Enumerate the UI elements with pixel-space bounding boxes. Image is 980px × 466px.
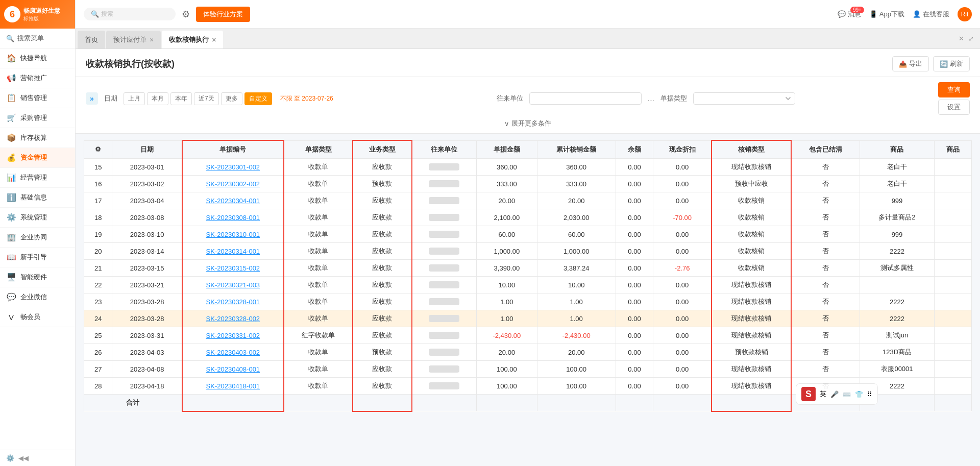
cell-product: 2222 [860, 310, 934, 327]
cell-biz-type: 应收款 [353, 226, 411, 243]
filter-more-dots[interactable]: ... [648, 94, 654, 103]
cell-balance: 0.00 [616, 209, 653, 226]
tab-collection-close[interactable]: × [212, 36, 216, 44]
order-link[interactable]: SK-20230408-001 [206, 365, 260, 373]
cell-balance: 0.00 [616, 378, 653, 395]
order-link[interactable]: SK-20230321-003 [206, 281, 260, 289]
online-service-btn[interactable]: 👤 在线客服 [913, 10, 949, 19]
messages-icon-btn[interactable]: 💬 消息 99+ [838, 10, 861, 19]
cell-amount: 1.00 [477, 293, 537, 310]
sidebar-item-label: 系统管理 [20, 213, 47, 222]
cell-date: 2023-03-15 [112, 260, 182, 277]
sidebar-item-label: 新手引导 [20, 253, 47, 262]
date-last-month[interactable]: 上月 [124, 92, 145, 105]
cell-cancel-type: 收款核销 [712, 209, 791, 226]
sidebar-item-finance[interactable]: 💰资金管理 [0, 148, 75, 168]
sidebar-item-basic-info[interactable]: ℹ️基础信息 [0, 188, 75, 208]
industry-solution-button[interactable]: 体验行业方案 [196, 7, 250, 22]
sidebar-item-vip[interactable]: V畅会员 [0, 307, 75, 327]
cell-product [860, 277, 934, 293]
order-link[interactable]: SK-20230328-002 [206, 315, 260, 323]
order-link[interactable]: SK-20230308-001 [206, 214, 260, 222]
app-download-btn[interactable]: 📱 App下载 [869, 10, 904, 19]
col-cash-discount: 现金折扣 [653, 140, 712, 159]
order-link[interactable]: SK-20230314-001 [206, 248, 260, 255]
filter-toggle-button[interactable]: » [86, 92, 98, 105]
sidebar-item-operations[interactable]: 📊经营管理 [0, 168, 75, 188]
tab-close-all-icon[interactable]: ✕ [959, 35, 964, 42]
sidebar-search-menu[interactable]: 🔍 搜索菜单 [0, 29, 75, 48]
order-link[interactable]: SK-20230315-002 [206, 264, 260, 272]
cell-partner [412, 310, 477, 327]
sidebar-item-sales[interactable]: 📋销售管理 [0, 88, 75, 108]
cell-order-type: 收款单 [284, 378, 353, 395]
settings-gear-icon[interactable]: ⚙ [182, 9, 190, 20]
cell-order-type: 收款单 [284, 310, 353, 327]
sidebar-item-inventory[interactable]: 📦库存核算 [0, 128, 75, 148]
expand-more-button[interactable]: ∨ 展开更多条件 [504, 119, 551, 128]
order-link[interactable]: SK-20230301-002 [206, 163, 260, 171]
user-avatar[interactable]: Rit [958, 7, 972, 21]
order-link[interactable]: SK-20230331-002 [206, 332, 260, 339]
sidebar-item-purchase[interactable]: 🛒采购管理 [0, 108, 75, 128]
order-link[interactable]: SK-20230310-001 [206, 231, 260, 238]
cell-partner [412, 176, 477, 192]
order-link[interactable]: SK-20230403-002 [206, 349, 260, 356]
cell-cancel-type: 收款核销 [712, 226, 791, 243]
col-settings[interactable]: ⚙ [84, 140, 112, 159]
cell-product2 [934, 176, 971, 192]
tab-payable-close[interactable]: × [150, 36, 154, 44]
date-more[interactable]: 更多 [221, 92, 242, 105]
sidebar-item-wechat-work[interactable]: 💬企业微信 [0, 287, 75, 307]
date-this-month[interactable]: 本月 [147, 92, 168, 105]
col-biz-type: 业务类型 [353, 140, 411, 159]
cell-order-type: 收款单 [284, 226, 353, 243]
query-button[interactable]: 查询 [938, 82, 970, 97]
cell-cash-discount: 0.00 [653, 192, 712, 209]
sidebar-item-system[interactable]: ⚙️系统管理 [0, 208, 75, 228]
cell-amount: 360.00 [477, 159, 537, 176]
tab-collection[interactable]: 收款核销执行 × [162, 31, 223, 48]
cell-accum-cancel: 60.00 [537, 226, 616, 243]
cell-include-settled: 否 [791, 361, 860, 378]
sidebar-item-enterprise[interactable]: 🏢企业协同 [0, 228, 75, 248]
date-this-year[interactable]: 本年 [170, 92, 192, 105]
order-type-select[interactable] [693, 92, 795, 105]
sidebar-item-marketing[interactable]: 📢营销推广 [0, 68, 75, 88]
order-link[interactable]: SK-20230302-002 [206, 180, 260, 188]
order-link[interactable]: SK-20230328-001 [206, 298, 260, 306]
cell-balance: 0.00 [616, 192, 653, 209]
sidebar-item-quick-nav[interactable]: 🏠快捷导航 [0, 48, 75, 68]
col-cancel-type: 核销类型 [712, 140, 791, 159]
tab-home[interactable]: 首页 [78, 31, 105, 48]
topbar-search[interactable]: 🔍 搜索 [84, 8, 176, 20]
cell-order-no: SK-20230328-001 [182, 293, 284, 310]
filter-setting-button[interactable]: 设置 [938, 100, 970, 115]
cell-amount: 20.00 [477, 344, 537, 361]
settings-icon[interactable]: ⚙️ [6, 454, 14, 462]
cell-order-type: 收款单 [284, 260, 353, 277]
cell-amount: 20.00 [477, 192, 537, 209]
collapse-icon[interactable]: ◀◀ [18, 454, 29, 462]
partner-input[interactable] [529, 92, 642, 105]
cell-order-no: SK-20230331-002 [182, 327, 284, 344]
cell-cancel-type: 预收款核销 [712, 344, 791, 361]
export-button[interactable]: 📤 导出 [892, 56, 929, 71]
sidebar-item-hardware[interactable]: 🖥️智能硬件 [0, 267, 75, 287]
tab-expand-icon[interactable]: ⤢ [968, 35, 974, 42]
order-link[interactable]: SK-20230418-001 [206, 382, 260, 390]
date-7days[interactable]: 近7天 [194, 92, 219, 105]
sidebar-logo-text: 畅康道好生意 标推版 [23, 7, 60, 22]
cell-biz-type: 应收款 [353, 159, 411, 176]
tab-payable[interactable]: 预计应付单 × [106, 31, 161, 48]
order-link[interactable]: SK-20230304-001 [206, 197, 260, 205]
cell-accum-cancel: 1.00 [537, 293, 616, 310]
table-row: 23 2023-03-28 SK-20230328-001 收款单 应收款 1.… [84, 293, 972, 310]
refresh-button[interactable]: 🔄 刷新 [933, 56, 970, 71]
sales-icon: 📋 [6, 93, 16, 103]
cell-include-settled: 否 [791, 159, 860, 176]
cell-order-no: SK-20230304-001 [182, 192, 284, 209]
table-row: 27 2023-04-08 SK-20230408-001 收款单 应收款 10… [84, 361, 972, 378]
date-custom[interactable]: 自定义 [244, 92, 272, 105]
sidebar-item-guide[interactable]: 📖新手引导 [0, 248, 75, 267]
